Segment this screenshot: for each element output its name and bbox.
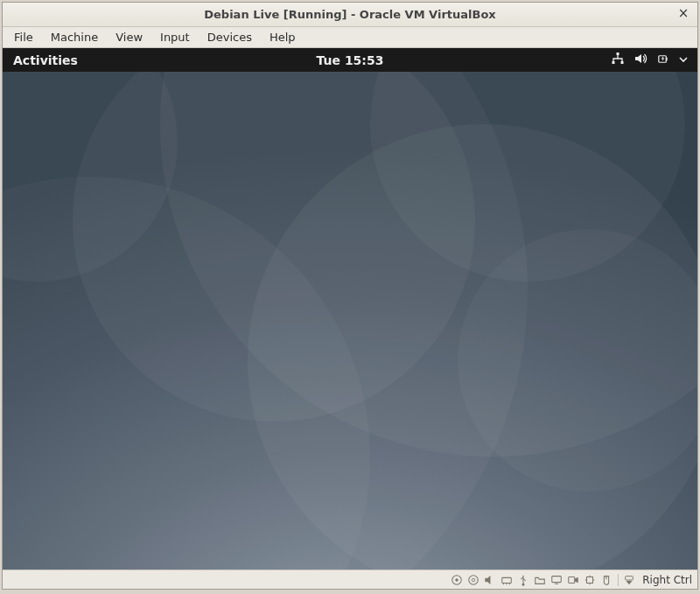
svg-rect-2 — [621, 61, 624, 64]
close-icon[interactable]: × — [676, 8, 690, 22]
shared-folders-icon[interactable] — [533, 573, 547, 587]
cpu-icon[interactable] — [583, 573, 597, 587]
network-icon — [611, 52, 625, 68]
mouse-integration-icon[interactable] — [599, 573, 613, 587]
menu-devices[interactable]: Devices — [200, 28, 260, 46]
window-title: Debian Live [Running] - Oracle VM Virtua… — [204, 8, 496, 21]
menu-machine[interactable]: Machine — [43, 28, 106, 46]
vbox-statusbar: Right Ctrl — [3, 570, 697, 589]
vbox-window: Debian Live [Running] - Oracle VM Virtua… — [2, 2, 698, 590]
gnome-topbar: Activities Tue 15:53 — [3, 48, 697, 72]
svg-rect-12 — [569, 577, 575, 583]
svg-point-10 — [522, 584, 524, 585]
audio-icon[interactable] — [483, 573, 497, 587]
svg-rect-9 — [502, 577, 512, 583]
usb-icon[interactable] — [516, 573, 530, 587]
harddisk-icon[interactable] — [450, 573, 464, 587]
volume-icon — [634, 52, 648, 68]
menu-help[interactable]: Help — [262, 28, 304, 46]
network-adapter-icon[interactable] — [500, 573, 514, 587]
activities-button[interactable]: Activities — [8, 53, 83, 67]
desktop-wallpaper[interactable] — [3, 72, 697, 570]
svg-rect-11 — [552, 576, 562, 582]
svg-rect-14 — [626, 576, 634, 579]
titlebar[interactable]: Debian Live [Running] - Oracle VM Virtua… — [3, 3, 697, 27]
power-icon — [656, 52, 669, 68]
svg-point-7 — [469, 575, 479, 584]
system-status-area[interactable] — [607, 52, 692, 68]
menu-file[interactable]: File — [6, 28, 41, 46]
svg-rect-1 — [612, 61, 615, 64]
guest-display[interactable]: Activities Tue 15:53 — [3, 48, 697, 570]
chevron-down-icon — [678, 53, 689, 67]
optical-icon[interactable] — [466, 573, 480, 587]
svg-rect-0 — [617, 52, 620, 55]
clock-button[interactable]: Tue 15:53 — [317, 53, 384, 67]
menu-input[interactable]: Input — [152, 28, 198, 46]
recording-icon[interactable] — [566, 573, 580, 587]
menubar: File Machine View Input Devices Help — [3, 27, 697, 48]
svg-point-6 — [456, 578, 458, 581]
svg-rect-13 — [587, 577, 593, 583]
statusbar-separator — [618, 574, 619, 586]
host-key-label: Right Ctrl — [642, 574, 692, 586]
svg-point-8 — [472, 578, 475, 582]
display-icon[interactable] — [550, 573, 564, 587]
clock-area: Tue 15:53 — [3, 53, 697, 67]
keyboard-icon[interactable] — [623, 574, 635, 586]
menu-view[interactable]: View — [108, 28, 150, 46]
svg-rect-4 — [666, 57, 667, 60]
